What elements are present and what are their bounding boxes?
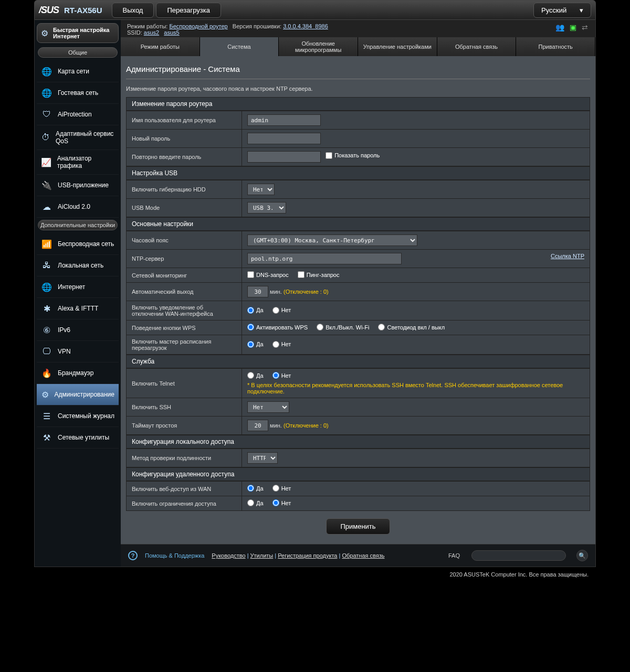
sidebar-item-wireless[interactable]: 📶Беспроводная сеть [37, 233, 119, 255]
sidebar-item-net-tools[interactable]: ⚒Сетевые утилиты [37, 427, 119, 449]
ping-checkbox[interactable] [298, 271, 304, 278]
logout-button[interactable]: Выход [112, 3, 154, 18]
multiuser-icon[interactable]: 👥 [555, 23, 564, 31]
search-button[interactable]: 🔍 [576, 550, 588, 561]
reboot-button[interactable]: Перезагрузка [156, 3, 220, 18]
sidebar-item-label: Анализатор трафика [57, 155, 114, 169]
footer-link-feedback[interactable]: Обратная связь [342, 552, 384, 559]
wan-no-radio[interactable] [272, 307, 279, 314]
telnet-no-radio[interactable] [272, 372, 279, 379]
sidebar-item-label: Alexa & IFTTT [58, 305, 98, 312]
wps-toggle-radio[interactable] [317, 324, 323, 330]
username-input[interactable] [247, 114, 321, 126]
ssid2-link[interactable]: asus5 [164, 29, 179, 36]
min-label: мин. [270, 289, 282, 295]
sidebar-item-firewall[interactable]: 🔥Брандмауэр [37, 362, 119, 384]
hib-select[interactable]: Нет [247, 184, 275, 195]
fw-link[interactable]: 3.0.0.4.384_8986 [283, 23, 328, 29]
sched-no-radio[interactable] [272, 341, 279, 348]
no-label: Нет [281, 485, 291, 492]
restrict-no-radio[interactable] [272, 499, 279, 506]
restrict-yes-radio[interactable] [247, 499, 254, 506]
faq-label: FAQ [448, 552, 460, 559]
sidebar-item-label: Интернет [58, 283, 85, 291]
sidebar-item-alexa-ifttt[interactable]: ✱Alexa & IFTTT [37, 298, 119, 319]
sidebar-item-usb-app[interactable]: 🔌USB-приложение [37, 175, 119, 196]
footer-link-manual[interactable]: Руководство [212, 552, 245, 559]
wan-yes-radio[interactable] [247, 307, 254, 314]
show-password-checkbox[interactable] [326, 152, 332, 159]
ssid1-link[interactable]: asus2 [144, 29, 159, 36]
sidebar-item-traffic-analyzer[interactable]: 📈Анализатор трафика [37, 150, 119, 175]
yes-label: Да [256, 500, 264, 506]
chevron-down-icon: ▾ [580, 6, 583, 14]
sidebar-item-label: AiCloud 2.0 [58, 203, 90, 210]
sidebar-item-administration[interactable]: ⚙Администрирование [37, 384, 119, 406]
help-icon[interactable]: ? [128, 551, 138, 560]
min-label: мин. [270, 422, 282, 429]
sidebar-item-system-log[interactable]: ☰Системный журнал [37, 406, 119, 427]
autologout-input[interactable] [247, 286, 268, 297]
sidebar-item-wan[interactable]: 🌐Интернет [37, 276, 119, 298]
tab-firmware[interactable]: Обновление микропрограммы [279, 37, 358, 56]
section-password: Изменение пароля роутера [126, 97, 590, 111]
ntp-link[interactable]: Ссылка NTP [551, 253, 584, 259]
usb-status-icon[interactable]: ⇄ [582, 23, 588, 31]
no-label: Нет [281, 372, 291, 379]
monitor-icon: 🖵 [41, 346, 52, 357]
ipv6-icon: ⑥ [41, 324, 52, 336]
qis-button[interactable]: ⚙ Быстрая настройка Интернет [37, 23, 119, 43]
ntp-input[interactable] [247, 253, 402, 264]
footer: ? Помощь & Поддержка Руководство | Утили… [121, 544, 595, 567]
language-select[interactable]: Русский ▾ [533, 3, 591, 18]
sidebar-item-ipv6[interactable]: ⑥IPv6 [37, 319, 119, 341]
opmode-link[interactable]: Беспроводной роутер [169, 23, 227, 29]
section-basic: Основные настройки [126, 217, 590, 231]
sched-yes-radio[interactable] [247, 341, 254, 348]
idle-input[interactable] [247, 420, 268, 431]
sidebar-item-lan[interactable]: 🖧Локальная сеть [37, 255, 119, 276]
usbmode-select[interactable]: USB 3.0 [247, 202, 286, 214]
auth-select[interactable]: HTTP [247, 452, 278, 464]
sidebar-item-aiprotection[interactable]: 🛡AiProtection [37, 104, 119, 125]
tab-opmode[interactable]: Режим работы [121, 37, 200, 56]
qis-label: Быстрая настройка Интернет [53, 27, 115, 39]
newpw-input[interactable] [247, 133, 321, 144]
row-restrict-label: Включить ограничения доступа [127, 496, 242, 511]
wps-activate-radio[interactable] [247, 324, 254, 330]
sidebar-item-network-map[interactable]: 🌐Карта сети [37, 61, 119, 82]
wanweb-yes-radio[interactable] [247, 485, 254, 492]
sidebar-item-vpn[interactable]: 🖵VPN [37, 341, 119, 362]
footer-link-register[interactable]: Регистрация продукта [278, 552, 337, 559]
sidebar-item-guest-network[interactable]: 🌐Гостевая сеть [37, 82, 119, 104]
telnet-yes-radio[interactable] [247, 372, 254, 379]
row-username-label: Имя пользователя для роутера [127, 111, 242, 130]
footer-link-utility[interactable]: Утилиты [250, 552, 274, 559]
tz-select[interactable]: (GMT+03:00) Москва, Санкт-Петербург [247, 234, 417, 246]
sidebar-item-label: Администрирование [55, 391, 114, 398]
faq-search-input[interactable] [471, 550, 566, 561]
wps-led-radio[interactable] [378, 324, 385, 330]
tab-system[interactable]: Система [200, 37, 279, 56]
repw-input[interactable] [247, 151, 321, 163]
opmode-label: Режим работы: [127, 23, 167, 29]
row-tz-label: Часовой пояс [127, 231, 242, 250]
sidebar-item-aicloud[interactable]: ☁AiCloud 2.0 [37, 196, 119, 218]
sidebar-head-advanced: Дополнительные настройки [38, 220, 118, 230]
tab-feedback[interactable]: Обратная связь [437, 37, 517, 56]
wanweb-no-radio[interactable] [272, 485, 279, 492]
info-bar: Режим работы: Беспроводной роутер Версия… [121, 20, 595, 37]
row-hib-label: Включить гибернацию HDD [127, 180, 242, 199]
globe-icon: 🌐 [41, 66, 52, 77]
apply-button[interactable]: Применить [326, 518, 390, 535]
gear-icon: ⚙ [41, 389, 49, 400]
tab-settings-mgmt[interactable]: Управление настройками [358, 37, 437, 56]
sidebar-item-label: AiProtection [58, 111, 92, 118]
status-connected-icon[interactable]: ▣ [570, 23, 576, 31]
ssh-select[interactable]: Нет [247, 401, 289, 413]
sidebar-item-qos[interactable]: ⏱Адаптивный сервис QoS [37, 125, 119, 150]
row-autologout-label: Автоматический выход [127, 283, 242, 301]
dns-checkbox[interactable] [247, 271, 254, 278]
tab-privacy[interactable]: Приватность [516, 37, 595, 56]
sidebar-item-label: Гостевая сеть [58, 89, 98, 97]
